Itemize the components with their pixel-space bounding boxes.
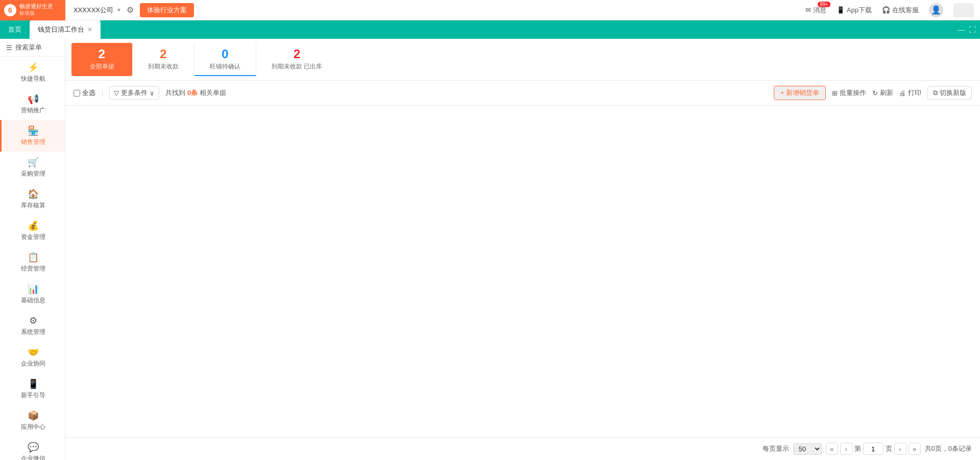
- table-area: [65, 106, 980, 437]
- stat-shipped-number: 2: [293, 47, 300, 61]
- sidebar-item-app-center[interactable]: 📦 应用中心: [0, 405, 65, 437]
- batch-icon: ⊞: [832, 89, 838, 97]
- new-sale-button[interactable]: + 新增销货单: [774, 86, 826, 100]
- sidebar-system-label: 系统管理: [21, 328, 45, 336]
- sidebar-cooperation-label: 企业协同: [21, 359, 45, 368]
- app-name: 畅捷通好生意: [19, 3, 53, 10]
- toolbar: 全选 | ▽ 更多条件 ∨ 共找到 0条 相关单据 + 新增销货单 ⊞ 批量操作: [65, 81, 980, 106]
- per-page-select[interactable]: 50 100 200: [793, 443, 822, 455]
- search-menu-label: 搜索菜单: [15, 43, 42, 52]
- pagination: 每页显示 50 100 200 « ‹ 第 页 › » 共0页，0条记录: [65, 437, 980, 460]
- inventory-icon: 🏠: [28, 188, 39, 200]
- stat-all[interactable]: 2 全部单据: [71, 43, 133, 76]
- logo-area: 6 畅捷通好生意 标准版: [0, 0, 65, 20]
- last-page-button[interactable]: »: [909, 443, 921, 455]
- maximize-icon[interactable]: ⛶: [969, 26, 976, 34]
- switch-label: 切换新版: [940, 88, 966, 98]
- sidebar-basic-info-label: 基础信息: [21, 296, 45, 305]
- sidebar-item-wechat[interactable]: 💬 企业微信: [0, 437, 65, 460]
- sidebar-item-system[interactable]: ⚙ 系统管理: [0, 310, 65, 342]
- prev-page-button[interactable]: ‹: [840, 443, 852, 455]
- guide-icon: 📱: [28, 378, 39, 390]
- layout: ☰ 搜索菜单 ⚡ 快捷导航 📢 营销推广 🏪 销售管理 🛒 采购管理 🏠 库存核…: [0, 39, 980, 460]
- close-tab-icon[interactable]: ✕: [87, 26, 92, 33]
- sidebar-item-quick-nav[interactable]: ⚡ 快捷导航: [0, 57, 65, 88]
- select-all-input[interactable]: [74, 90, 80, 96]
- message-icon: ✉: [805, 6, 811, 14]
- switch-version-button[interactable]: ⧉ 切换新版: [927, 86, 972, 100]
- stat-overdue[interactable]: 2 到期未收款: [133, 43, 194, 76]
- filter-icon: ▽: [114, 89, 119, 97]
- chevron-down-filter-icon: ∨: [150, 89, 155, 97]
- stat-pending[interactable]: 0 旺铺待确认: [194, 43, 256, 76]
- message-action[interactable]: ✉ 消息 99+: [805, 6, 826, 15]
- first-page-button[interactable]: «: [826, 443, 838, 455]
- nav-tab-actions: — ⛶: [958, 26, 980, 34]
- experience-button[interactable]: 体验行业方案: [140, 3, 194, 17]
- wechat-icon: 💬: [28, 442, 39, 453]
- top-header: 6 畅捷通好生意 标准版 XXXXXX公司 ▼ ⚙ 体验行业方案 ✉ 消息 99…: [0, 0, 980, 20]
- print-action[interactable]: 🖨 打印: [899, 88, 921, 98]
- refresh-action[interactable]: ↻ 刷新: [872, 88, 893, 98]
- sidebar-item-inventory[interactable]: 🏠 库存核算: [0, 183, 65, 215]
- search-menu[interactable]: ☰ 搜索菜单: [0, 39, 65, 57]
- batch-action[interactable]: ⊞ 批量操作: [832, 88, 866, 98]
- refresh-label: 刷新: [880, 88, 893, 98]
- logo-icon: 6: [4, 4, 16, 16]
- marketing-icon: 📢: [28, 93, 39, 105]
- divider: |: [102, 89, 103, 97]
- sidebar-item-cooperation[interactable]: 🤝 企业协同: [0, 342, 65, 373]
- operations-icon: 📋: [28, 252, 39, 263]
- settings-icon[interactable]: ⚙: [127, 5, 134, 15]
- found-suffix: 相关单据: [200, 89, 226, 96]
- company-selector[interactable]: XXXXXX公司 ▼: [74, 6, 121, 15]
- sidebar-marketing-label: 营销推广: [21, 106, 45, 115]
- sidebar-finance-label: 资金管理: [21, 233, 45, 241]
- switch-icon: ⧉: [933, 89, 938, 97]
- sidebar-item-operations[interactable]: 📋 经营管理: [0, 247, 65, 278]
- sidebar-sales-label: 销售管理: [21, 138, 45, 147]
- sidebar-inventory-label: 库存核算: [21, 201, 45, 210]
- filter-label: 更多条件: [121, 88, 148, 98]
- app-download-action[interactable]: 📱 App下载: [837, 6, 872, 15]
- print-label: 打印: [908, 88, 921, 98]
- select-all-checkbox[interactable]: 全选: [74, 88, 95, 98]
- filter-button[interactable]: ▽ 更多条件 ∨: [109, 86, 159, 100]
- stats-row: 2 全部单据 2 到期未收款 0 旺铺待确认 2 到期未收款 已出库: [65, 39, 980, 81]
- sidebar-item-sales[interactable]: 🏪 销售管理: [0, 120, 65, 152]
- header-right: ✉ 消息 99+ 📱 App下载 🎧 在线客服 👤: [805, 3, 974, 17]
- toolbar-right: + 新增销货单 ⊞ 批量操作 ↻ 刷新 🖨 打印 ⧉ 切换新版: [774, 86, 972, 100]
- system-icon: ⚙: [29, 315, 37, 326]
- page-suffix: 页: [886, 444, 892, 453]
- avatar[interactable]: 👤: [929, 3, 943, 17]
- per-page-label: 每页显示: [763, 444, 789, 453]
- stat-shipped-label: 到期未收款 已出库: [272, 62, 322, 71]
- sidebar-wechat-label: 企业微信: [21, 454, 45, 460]
- found-count: 0条: [187, 89, 198, 96]
- next-page-button[interactable]: ›: [894, 443, 906, 455]
- purchase-icon: 🛒: [28, 157, 39, 168]
- chevron-down-icon: ▼: [116, 7, 121, 13]
- sidebar-operations-label: 经营管理: [21, 264, 45, 273]
- online-service-action[interactable]: 🎧 在线客服: [882, 6, 919, 15]
- sidebar-item-marketing[interactable]: 📢 营销推广: [0, 88, 65, 120]
- sales-icon: 🏪: [28, 125, 39, 136]
- page-input[interactable]: [863, 443, 884, 455]
- print-icon: 🖨: [899, 89, 906, 97]
- stat-all-label: 全部单据: [90, 62, 114, 71]
- tab-home[interactable]: 首页: [0, 20, 30, 39]
- logo-text-group: 畅捷通好生意 标准版: [19, 3, 53, 17]
- stat-shipped[interactable]: 2 到期未收款 已出库: [256, 43, 337, 76]
- tab-workbench[interactable]: 钱货日清工作台 ✕: [30, 20, 101, 39]
- sidebar-item-guide[interactable]: 📱 新手引导: [0, 373, 65, 405]
- found-text: 共找到 0条 相关单据: [165, 88, 226, 98]
- app-download-label: App下载: [847, 6, 872, 15]
- sidebar-item-finance[interactable]: 💰 资金管理: [0, 215, 65, 247]
- stat-overdue-label: 到期未收款: [148, 62, 179, 71]
- cooperation-icon: 🤝: [28, 347, 39, 358]
- sidebar-item-purchase[interactable]: 🛒 采购管理: [0, 152, 65, 183]
- minimize-icon[interactable]: —: [958, 26, 965, 34]
- stat-pending-label: 旺铺待确认: [210, 62, 240, 71]
- sidebar-item-basic-info[interactable]: 📊 基础信息: [0, 278, 65, 310]
- stat-pending-number: 0: [222, 47, 228, 61]
